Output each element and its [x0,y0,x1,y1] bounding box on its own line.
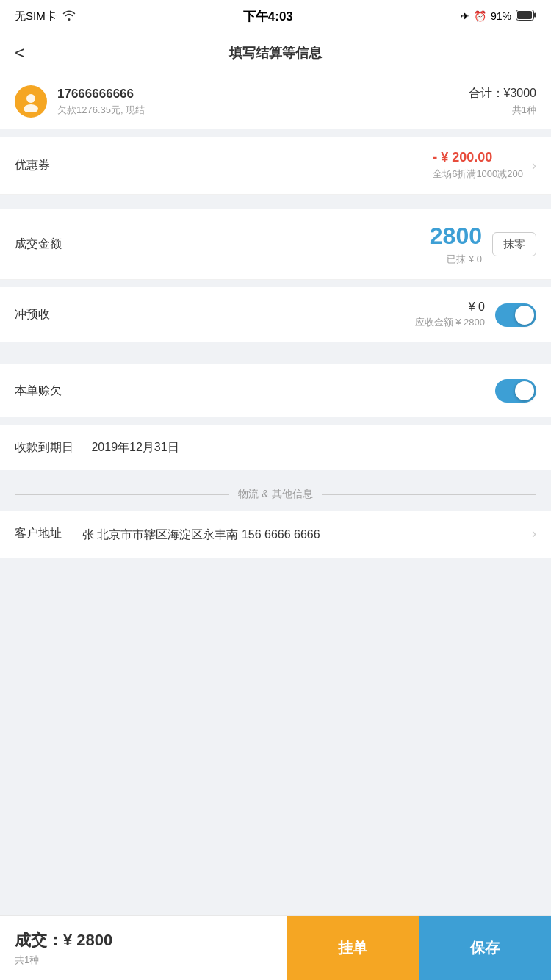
bottom-amount-value: ¥ 2800 [63,931,112,949]
address-chevron-icon: › [532,526,536,541]
arrears-row: 本单赊欠 [0,364,551,417]
prepaid-toggle[interactable] [495,303,536,327]
due-date-label: 收款到期日 [15,441,73,453]
back-button[interactable]: < [15,43,25,63]
location-icon: ✈︎ [461,10,469,22]
section-divider-1 [0,202,551,209]
logistics-line-right [322,494,536,495]
prepaid-row: 冲预收 ¥ 0 应收金额 ¥ 2800 [0,287,551,342]
amount-row: 成交金额 2800 已抹 ¥ 0 抹零 [0,209,551,280]
prepaid-info: ¥ 0 应收金额 ¥ 2800 [415,300,485,329]
wifi-icon [62,10,76,23]
coupon-label: 优惠券 [15,158,50,173]
svg-rect-1 [517,11,532,19]
svg-point-3 [26,94,35,103]
content: 17666666666 欠款1276.35元, 现结 合计：¥3000 共1种 … [0,73,551,764]
amount-value: 2800 [430,223,482,250]
battery-text: 91% [491,10,511,22]
status-time: 下午4:03 [243,8,293,25]
bottom-prefix: 成交： [15,931,63,949]
logistics-label: 物流 & 其他信息 [238,488,312,501]
address-value: 张 北京市市辖区海淀区永丰南 156 6666 6666 [82,526,523,544]
coupon-sub: 全场6折满1000减200 [433,167,523,181]
prepaid-sub: 应收金额 ¥ 2800 [415,316,485,329]
prepaid-value: ¥ 0 [415,300,485,314]
round-button[interactable]: 抹零 [492,232,536,256]
battery-icon [516,10,536,23]
status-bar: 无SIM卡 下午4:03 ✈︎ ⏰ 91% [0,0,551,32]
arrears-toggle[interactable] [495,379,536,403]
avatar [15,85,47,118]
prepaid-label: 冲预收 [15,307,50,323]
amount-label: 成交金额 [15,237,62,252]
svg-rect-2 [534,13,536,18]
customer-count: 共1种 [469,104,537,117]
coupon-right: - ¥ 200.00 全场6折满1000减200 › [433,150,536,181]
alarm-icon: ⏰ [474,10,486,22]
arrears-label: 本单赊欠 [15,383,62,399]
logistics-line-left [15,494,229,495]
customer-phone: 17666666666 [57,87,145,101]
customer-right: 合计：¥3000 共1种 [469,86,537,117]
bottom-bar: 成交：¥ 2800 共1种 挂单 保存 [0,915,551,980]
empty-space [0,566,551,698]
customer-row: 17666666666 欠款1276.35元, 现结 合计：¥3000 共1种 [0,73,551,129]
page-title: 填写结算等信息 [229,44,322,62]
prepaid-right: ¥ 0 应收金额 ¥ 2800 [415,300,536,329]
status-left: 无SIM卡 [15,10,76,24]
address-row[interactable]: 客户地址 张 北京市市辖区海淀区永丰南 156 6666 6666 › [0,511,551,558]
customer-total: 合计：¥3000 [469,86,537,101]
toggle-knob [515,306,534,325]
bottom-amount: 成交：¥ 2800 [15,929,272,951]
amount-sub: 已抹 ¥ 0 [430,253,482,266]
amount-info: 2800 已抹 ¥ 0 [430,223,482,266]
coupon-row[interactable]: 优惠券 - ¥ 200.00 全场6折满1000减200 › [0,137,551,195]
coupon-value: - ¥ 200.00 [433,150,523,165]
customer-left: 17666666666 欠款1276.35元, 现结 [15,85,145,118]
bottom-count: 共1种 [15,954,272,967]
due-date-row: 收款到期日 2019年12月31日 [0,425,551,470]
section-divider-2 [0,350,551,357]
save-button[interactable]: 保存 [419,916,551,981]
carrier-text: 无SIM卡 [15,10,57,24]
coupon-values: - ¥ 200.00 全场6折满1000减200 [433,150,523,181]
svg-point-4 [24,104,38,112]
logistics-divider: 物流 & 其他信息 [0,478,551,511]
customer-info: 17666666666 欠款1276.35元, 现结 [57,87,145,117]
coupon-chevron-icon: › [532,158,536,173]
status-right: ✈︎ ⏰ 91% [461,10,536,23]
address-label: 客户地址 [15,526,73,541]
customer-sub: 欠款1276.35元, 现结 [57,104,145,117]
due-date-value: 2019年12月31日 [91,441,179,453]
nav-bar: < 填写结算等信息 [0,32,551,73]
bottom-summary: 成交：¥ 2800 共1种 [0,929,287,967]
amount-right: 2800 已抹 ¥ 0 抹零 [430,223,536,266]
hang-button[interactable]: 挂单 [287,916,419,981]
arrears-toggle-knob [515,381,534,400]
